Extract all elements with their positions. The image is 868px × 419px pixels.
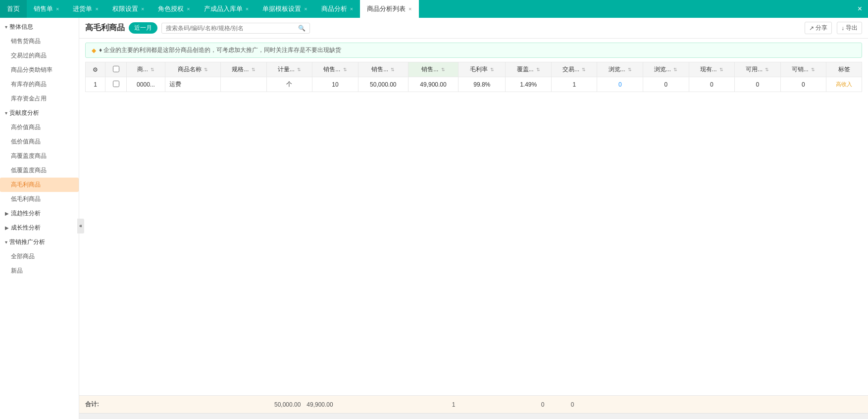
col-unit[interactable]: 计量... ⇅ [266,62,312,77]
nav-purchase-order[interactable]: 进货单 × [66,0,105,18]
sidebar-item-high-margin[interactable]: 高毛利商品 [0,178,79,192]
arrow-marketing: ▾ [5,239,7,245]
close-production-inbound[interactable]: × [246,6,249,12]
sidebar-item-low-margin[interactable]: 低毛利商品 [0,192,79,206]
cell-coverage: 1.49% [506,77,552,92]
footer-cell-coverage [409,401,439,408]
col-sales2[interactable]: 销售... ⇅ [358,62,408,77]
col-name[interactable]: 商品名称 ⇅ [165,62,221,77]
sidebar-item-new-goods[interactable]: 新品 [0,264,79,278]
close-goods-analysis-list[interactable]: × [408,6,411,12]
col-trade[interactable]: 交易... ⇅ [551,62,597,77]
cell-tag: 高收入 [826,77,862,92]
top-navigation: 首页 销售单 × 进货单 × 权限设置 × 角色授权 × 产成品入库单 × 单据… [0,0,868,18]
col-available[interactable]: 可用... ⇅ [735,62,781,77]
sidebar-item-all-goods[interactable]: 全部商品 [0,249,79,264]
cell-browse1[interactable]: 0 [597,77,643,92]
close-template-settings[interactable]: × [304,6,307,12]
search-icon[interactable]: 🔍 [298,25,306,32]
col-browse1[interactable]: 浏览... ⇅ [597,62,643,77]
filter-recent-month-btn[interactable]: 近一月 [129,22,157,34]
export-button[interactable]: ↓ 导出 [837,22,862,34]
sort-gross-icon: ⇅ [490,67,494,72]
col-checkbox[interactable] [105,62,127,77]
footer-cell-browse2 [498,401,528,408]
close-all-tabs[interactable]: × [852,4,868,13]
close-permissions[interactable]: × [141,6,144,12]
nav-goods-analysis-list[interactable]: 商品分析列表 × [360,0,418,18]
sort-browse2-icon: ⇅ [673,67,677,72]
col-tag[interactable]: 标签 [826,62,862,77]
col-gross-rate[interactable]: 毛利率 ⇅ [459,62,506,77]
data-table: ⚙ 商... ⇅ 商品名称 ⇅ 规格... ⇅ [85,62,862,92]
sidebar-collapse-btn[interactable]: « [77,219,84,233]
row-checkbox[interactable] [113,81,119,87]
arrow-trend: ▶ [5,211,9,216]
share-button[interactable]: ↗ 分享 [805,22,832,34]
col-coverage[interactable]: 覆盖... ⇅ [506,62,552,77]
sort-sales1-icon: ⇅ [343,67,347,72]
sidebar-item-stock-capital[interactable]: 库存资金占用 [0,92,79,106]
footer-cell-available: 0 [558,401,587,408]
footer-cell-4 [171,401,211,408]
nav-permissions[interactable]: 权限设置 × [105,0,151,18]
sort-coverage-icon: ⇅ [536,67,540,72]
nav-production-inbound[interactable]: 产成品入库单 × [197,0,255,18]
export-icon: ↓ [841,25,844,32]
col-settings[interactable]: ⚙ [86,62,105,77]
sidebar-section-marketing[interactable]: ▾ 营销推广分析 [0,235,79,249]
sidebar-item-high-coverage[interactable]: 高覆盖度商品 [0,149,79,163]
footer-cell-browse1 [468,401,498,408]
col-sales1[interactable]: 销售... ⇅ [312,62,358,77]
nav-goods-analysis[interactable]: 商品分析 × [314,0,360,18]
footer-cell-5 [211,401,246,408]
cell-unit: 个 [266,77,312,92]
col-code[interactable]: 商... ⇅ [127,62,165,77]
nav-home[interactable]: 首页 [0,0,27,18]
sidebar-section-trend[interactable]: ▶ 流趋性分析 [0,206,79,221]
cell-sales3: 49,900.00 [408,77,458,92]
horizontal-scrollbar[interactable] [79,413,868,419]
table-container[interactable]: ⚙ 商... ⇅ 商品名称 ⇅ 规格... ⇅ [79,62,868,395]
arrow-growth: ▶ [5,225,9,231]
sidebar-item-category-sales-rate[interactable]: 商品分类助销率 [0,63,79,77]
sort-available-icon: ⇅ [765,67,769,72]
search-box: 🔍 [161,23,310,34]
nav-sales-order[interactable]: 销售单 × [27,0,66,18]
search-input[interactable] [166,25,298,32]
footer-cell-sales2: 49,900.00 [300,401,340,408]
cell-trade: 1 [551,77,597,92]
footer-cell-1 [107,401,122,408]
cell-gross-rate: 99.8% [459,77,506,92]
sidebar-section-overall[interactable]: ▾ 整体信息 [0,20,79,34]
col-salable[interactable]: 可销... ⇅ [780,62,826,77]
select-all-checkbox[interactable] [113,66,119,72]
sort-trade-icon: ⇅ [582,67,586,72]
close-goods-analysis[interactable]: × [350,6,353,12]
sidebar-section-contribution[interactable]: ▾ 贡献度分析 [0,106,79,120]
footer-cell-sales3 [340,401,379,408]
sidebar-item-sales-goods[interactable]: 销售货商品 [0,34,79,48]
close-purchase-order[interactable]: × [95,6,98,12]
cell-checkbox[interactable] [105,77,127,92]
close-sales-order[interactable]: × [56,6,59,12]
col-spec[interactable]: 规格... ⇅ [221,62,267,77]
arrow-contribution: ▾ [5,110,7,116]
nav-template-settings[interactable]: 单据模板设置 × [255,0,314,18]
footer-cell-trade: 1 [439,401,468,408]
footer-cell-sales1: 50,000.00 [270,401,300,408]
sidebar-item-high-value[interactable]: 高价值商品 [0,120,79,135]
close-roles[interactable]: × [187,6,190,12]
col-browse2[interactable]: 浏览... ⇅ [643,62,689,77]
col-sales3[interactable]: 销售... ⇅ [408,62,458,77]
cell-available: 0 [735,77,781,92]
col-stock[interactable]: 现有... ⇅ [689,62,735,77]
footer-cell-stock: 0 [528,401,558,408]
nav-roles[interactable]: 角色授权 × [151,0,197,18]
sidebar-item-traded-goods[interactable]: 交易过的商品 [0,48,79,63]
footer-cells: 50,000.00 49,900.00 1 0 0 [107,401,862,408]
sidebar-item-low-coverage[interactable]: 低覆盖度商品 [0,163,79,178]
sidebar-item-in-stock-goods[interactable]: 有库存的商品 [0,77,79,92]
sidebar-item-low-value[interactable]: 低价值商品 [0,135,79,149]
sidebar-section-growth[interactable]: ▶ 成长性分析 [0,221,79,235]
